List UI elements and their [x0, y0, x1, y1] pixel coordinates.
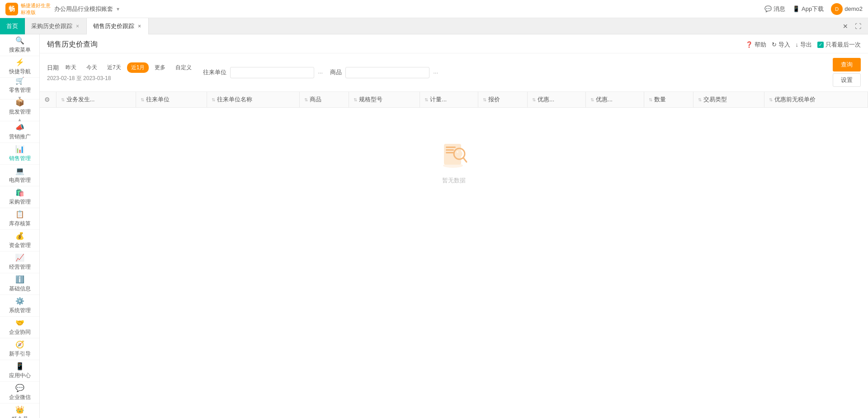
th-settings: ⚙ — [40, 92, 56, 108]
sidebar-item-search-menu[interactable]: 🔍 搜索菜单 — [0, 34, 39, 56]
page-title: 销售历史价查询 — [47, 40, 98, 49]
topbar-left: 畅 畅捷通好生意 标准版 办公用品行业模拟账套 ▾ — [5, 2, 119, 15]
export-label: 导出 — [800, 41, 812, 49]
th-price-sort-icon[interactable]: ⇅ — [483, 97, 486, 102]
sidebar-item-basic-info-label: 基础信息 — [9, 285, 31, 293]
partner-filter-dots[interactable]: ··· — [318, 69, 323, 76]
date-buttons: 昨天 今天 近7天 近1月 更多 自定义 — [61, 62, 196, 73]
empty-icon — [436, 135, 472, 171]
th-pretax-price-label: 优惠前无税单价 — [774, 95, 816, 104]
help-button[interactable]: ❓ 帮助 — [745, 41, 766, 49]
goods-filter-dots[interactable]: ··· — [433, 69, 438, 76]
tab-home[interactable]: 首页 — [0, 18, 25, 34]
th-quantity-sort-icon[interactable]: ⇅ — [649, 97, 652, 102]
sidebar-item-app-center[interactable]: 📱 应用中心 — [0, 360, 39, 382]
filter-bar: 日期 昨天 今天 近7天 近1月 更多 自定义 2023-02-18 至 202… — [40, 53, 868, 92]
th-trade-type-sort-icon[interactable]: ⇅ — [698, 97, 702, 102]
user-area[interactable]: D demo2 — [831, 3, 863, 15]
date-btn-more[interactable]: 更多 — [151, 62, 170, 73]
only-last-checkbox[interactable]: ✓ 只看最后一次 — [817, 41, 861, 49]
sidebar-item-system-mgmt[interactable]: ⚙️ 系统管理 — [0, 295, 39, 317]
tab-fullscreen-button[interactable]: ⛶ — [854, 22, 863, 31]
app-download-button[interactable]: 📱 App下载 — [793, 5, 824, 13]
th-trade-type: ⇅ 交易类型 — [693, 92, 764, 108]
export-button[interactable]: ↓ 导出 — [796, 41, 812, 49]
sidebar-item-retail-mgmt[interactable]: 🛒 零售管理 ▼ — [0, 78, 39, 100]
tab-purchase-history[interactable]: 采购历史价跟踪 × — [25, 18, 87, 34]
sidebar-item-quick-nav[interactable]: ⚡ 快捷导航 — [0, 56, 39, 78]
th-discount2-sort-icon[interactable]: ⇅ — [590, 97, 594, 102]
inventory-icon: 📋 — [15, 210, 24, 218]
table-settings-icon[interactable]: ⚙ — [44, 96, 50, 103]
th-unit-sort-icon[interactable]: ⇅ — [425, 97, 428, 102]
tabbar-actions: ✕ ⛶ — [841, 22, 868, 31]
table-area: ⚙ ⇅ 业务发生... ⇅ 往来单 — [40, 92, 868, 418]
sidebar-item-purchase-mgmt[interactable]: 🛍️ 采购管理 — [0, 186, 39, 208]
tab-purchase-history-label: 采购历史价跟踪 — [31, 22, 72, 30]
th-discount1-sort-icon[interactable]: ⇅ — [532, 97, 536, 102]
sidebar-item-wholesale-mgmt[interactable]: 📦 批发管理 ▲ — [0, 100, 39, 121]
sidebar-item-finance-mgmt[interactable]: 💰 资金管理 — [0, 230, 39, 252]
th-partner-code-sort-icon[interactable]: ⇅ — [141, 97, 144, 102]
sidebar-item-member[interactable]: 👑 畅会员 — [0, 404, 39, 418]
tab-close-all-button[interactable]: ✕ — [841, 22, 850, 31]
app-download-icon: 📱 — [793, 5, 800, 12]
date-btn-7days[interactable]: 近7天 — [103, 62, 125, 73]
partner-filter-input[interactable] — [230, 67, 314, 78]
sidebar-item-app-center-label: 应用中心 — [9, 372, 31, 380]
sidebar-item-enterprise-collab[interactable]: 🤝 企业协同 — [0, 317, 39, 338]
svg-rect-3 — [446, 149, 454, 151]
goods-filter-group: 商品 ··· — [330, 67, 438, 78]
th-partner-name-sort-icon[interactable]: ⇅ — [212, 97, 215, 102]
purchase-mgmt-icon: 🛍️ — [15, 188, 24, 197]
tab-home-label: 首页 — [6, 22, 18, 30]
goods-filter-input[interactable] — [345, 67, 429, 78]
date-btn-today[interactable]: 今天 — [82, 62, 101, 73]
sidebar-item-retail-mgmt-label: 零售管理 — [9, 86, 31, 94]
logo-line2: 标准版 — [21, 9, 51, 15]
tab-sales-history-close[interactable]: × — [137, 22, 142, 30]
user-name: demo2 — [844, 5, 863, 12]
topbar-dropdown-icon[interactable]: ▾ — [117, 6, 119, 12]
th-spec-label: 规格型号 — [359, 95, 382, 104]
date-btn-custom[interactable]: 自定义 — [171, 62, 196, 73]
sidebar-item-operations-mgmt[interactable]: 📈 经营管理 — [0, 252, 39, 273]
empty-text: 暂无数据 — [442, 176, 466, 185]
tab-purchase-history-close[interactable]: × — [75, 22, 80, 30]
sidebar-item-marketing[interactable]: 📣 营销推广 — [0, 121, 39, 143]
logo-area: 畅 畅捷通好生意 标准版 — [5, 2, 51, 15]
th-price: ⇅ 报价 — [478, 92, 528, 108]
date-btn-yesterday[interactable]: 昨天 — [61, 62, 80, 73]
message-button[interactable]: 💬 消息 — [764, 5, 785, 13]
table-header-row: ⚙ ⇅ 业务发生... ⇅ 往来单 — [40, 92, 868, 108]
th-unit: ⇅ 计量... — [420, 92, 478, 108]
th-discount1-label: 优惠... — [538, 95, 554, 104]
th-discount2: ⇅ 优惠... — [586, 92, 644, 108]
query-button[interactable]: 查询 — [833, 58, 861, 71]
settings-button[interactable]: 设置 — [833, 73, 861, 87]
sidebar-item-inventory[interactable]: 📋 库存核算 — [0, 208, 39, 230]
sidebar-item-new-guide[interactable]: 🧭 新手引导 — [0, 338, 39, 360]
th-biz-date-sort-icon[interactable]: ⇅ — [61, 97, 65, 102]
th-goods-sort-icon[interactable]: ⇅ — [304, 97, 308, 102]
sidebar-item-basic-info[interactable]: ℹ️ 基础信息 — [0, 273, 39, 295]
message-icon: 💬 — [764, 5, 772, 12]
th-spec-sort-icon[interactable]: ⇅ — [354, 97, 357, 102]
search-menu-icon: 🔍 — [15, 36, 24, 45]
import-button[interactable]: ↻ 导入 — [772, 41, 790, 49]
tab-sales-history[interactable]: 销售历史价跟踪 × — [87, 18, 149, 34]
empty-state: 暂无数据 — [40, 108, 868, 212]
date-btn-1month[interactable]: 近1月 — [127, 62, 149, 73]
retail-mgmt-icon: 🛒 — [15, 76, 24, 85]
sidebar-item-enterprise-wechat[interactable]: 💬 企业微信 — [0, 382, 39, 404]
th-pretax-price-sort-icon[interactable]: ⇅ — [769, 97, 773, 102]
logo-line1: 畅捷通好生意 — [21, 2, 51, 9]
th-partner-name: ⇅ 往来单位名称 — [207, 92, 300, 108]
sidebar-item-sales-mgmt-label: 销售管理 — [9, 155, 31, 162]
import-label: 导入 — [778, 41, 790, 49]
date-filter-label: 日期 — [47, 64, 59, 72]
sidebar-item-sales-mgmt[interactable]: 📊 销售管理 — [0, 143, 39, 165]
app-center-icon: 📱 — [15, 362, 24, 370]
sidebar-item-ecommerce-mgmt[interactable]: 💻 电商管理 — [0, 165, 39, 186]
sidebar-item-system-mgmt-label: 系统管理 — [9, 307, 31, 314]
